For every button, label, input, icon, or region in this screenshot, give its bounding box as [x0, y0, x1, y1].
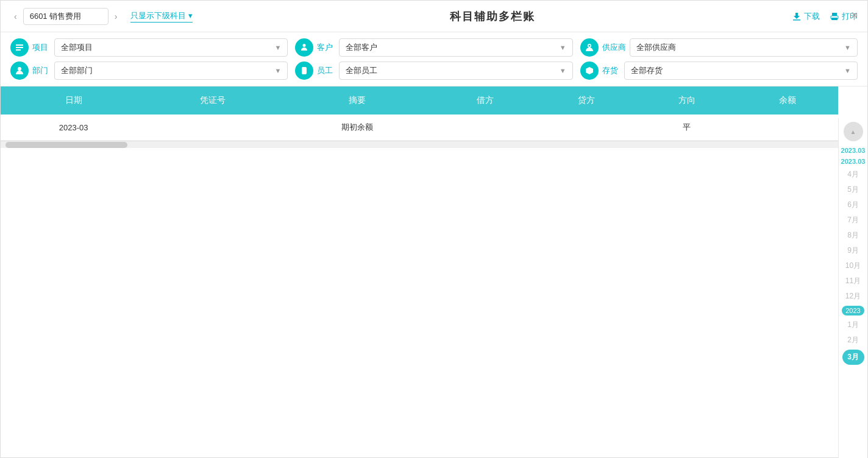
col-summary: 摘要: [279, 86, 435, 114]
filter-customer: 客户 全部客户 ▼: [295, 38, 572, 57]
timeline-item[interactable]: 2月: [839, 333, 867, 348]
show-sub-arrow: ▾: [188, 11, 193, 20]
timeline-item[interactable]: 6月: [839, 197, 867, 213]
ledger-table: 日期 凭证号 摘要 借方 贷方 方向 余额 2023-03 期初余额 平: [1, 86, 838, 141]
svg-rect-12: [302, 71, 306, 72]
inventory-arrow: ▼: [844, 67, 851, 74]
col-balance: 余额: [738, 86, 838, 114]
supplier-label: 供应商: [602, 42, 626, 53]
filter-row-2: 部门 全部部门 ▼ 员工 全部员工 ▼ 存货: [10, 62, 858, 80]
timeline-item[interactable]: 7月: [839, 213, 867, 228]
department-arrow: ▼: [274, 67, 281, 74]
main-window: × ‹ 6601 销售费用 › 只显示下级科目 ▾ 科目辅助多栏账 下载: [0, 0, 868, 458]
timeline-items: 2023.032023.034月5月6月7月8月9月10月11月12月20231…: [839, 145, 867, 458]
svg-point-8: [588, 45, 590, 47]
project-icon: [10, 38, 29, 57]
account-label[interactable]: 6601 销售费用: [23, 8, 108, 25]
supplier-value: 全部供应商: [636, 42, 676, 53]
cell-credit: [536, 114, 636, 141]
customer-value: 全部客户: [346, 42, 377, 53]
table-container: 日期 凭证号 摘要 借方 贷方 方向 余额 2023-03 期初余额 平: [1, 86, 838, 440]
timeline-item[interactable]: 10月: [839, 258, 867, 273]
col-voucher: 凭证号: [146, 86, 279, 114]
customer-icon: [295, 38, 313, 57]
account-code: 6601: [30, 12, 48, 21]
cell-date: 2023-03: [1, 114, 146, 141]
account-name: 销售费用: [49, 11, 81, 22]
download-label: 下载: [804, 11, 820, 22]
filter-project: 项目 全部项目 ▼: [10, 38, 288, 57]
timeline-item[interactable]: 11月: [839, 273, 867, 289]
filter-inventory: 存货 全部存货 ▼: [580, 62, 858, 80]
col-direction: 方向: [636, 86, 737, 114]
filter-employee: 员工 全部员工 ▼: [295, 62, 572, 80]
show-sub-toggle[interactable]: 只显示下级科目 ▾: [130, 10, 193, 23]
inventory-value: 全部存货: [631, 65, 663, 76]
customer-label: 客户: [317, 42, 335, 53]
project-arrow: ▼: [274, 44, 281, 51]
timeline-up-icon: ▲: [850, 129, 856, 135]
supplier-select[interactable]: 全部供应商 ▼: [630, 38, 858, 57]
timeline-item[interactable]: 8月: [839, 228, 867, 243]
timeline: ▲ 2023.032023.034月5月6月7月8月9月10月11月12月202…: [838, 118, 867, 458]
timeline-item[interactable]: 9月: [839, 243, 867, 258]
table-header-row: 日期 凭证号 摘要 借方 贷方 方向 余额: [1, 86, 838, 114]
svg-rect-4: [16, 44, 23, 46]
horizontal-scrollbar[interactable]: [1, 141, 838, 148]
filter-area: 项目 全部项目 ▼ 客户 全部客户 ▼ 供应: [1, 32, 867, 86]
project-label: 项目: [32, 42, 51, 53]
col-debit: 借方: [435, 86, 536, 114]
col-date: 日期: [1, 86, 146, 114]
department-icon: [10, 62, 29, 80]
customer-arrow: ▼: [560, 44, 566, 51]
department-value: 全部部门: [61, 65, 93, 76]
employee-label: 员工: [317, 65, 335, 76]
timeline-item[interactable]: 2023: [842, 306, 864, 315]
print-icon: [830, 12, 839, 21]
download-button[interactable]: 下载: [792, 11, 820, 22]
inventory-icon: [580, 62, 599, 80]
page-title: 科目辅助多栏账: [193, 9, 792, 24]
cell-summary: 期初余额: [279, 114, 435, 141]
department-label: 部门: [32, 65, 51, 76]
col-credit: 贷方: [536, 86, 636, 114]
nav-prev-button[interactable]: ‹: [10, 10, 21, 23]
svg-rect-2: [832, 13, 837, 16]
filter-department: 部门 全部部门 ▼: [10, 62, 288, 80]
inventory-select[interactable]: 全部存货 ▼: [624, 62, 858, 80]
filter-row-1: 项目 全部项目 ▼ 客户 全部客户 ▼ 供应: [10, 38, 858, 57]
close-button[interactable]: ×: [851, 9, 858, 22]
employee-icon: [295, 62, 313, 80]
supplier-icon: [580, 38, 599, 57]
svg-rect-0: [793, 19, 800, 21]
top-actions: 下载 打印: [792, 11, 858, 22]
customer-select[interactable]: 全部客户 ▼: [339, 38, 572, 57]
timeline-item[interactable]: 3月: [842, 350, 864, 365]
cell-voucher: [146, 114, 279, 141]
svg-point-9: [18, 67, 21, 71]
svg-rect-11: [302, 68, 306, 69]
timeline-item[interactable]: 2023.03: [839, 145, 867, 156]
cell-debit: [435, 114, 536, 141]
nav-next-button[interactable]: ›: [111, 10, 121, 23]
project-select[interactable]: 全部项目 ▼: [54, 38, 288, 57]
cell-direction: 平: [636, 114, 737, 141]
timeline-item[interactable]: 4月: [839, 167, 867, 182]
department-select[interactable]: 全部部门 ▼: [54, 62, 288, 80]
show-sub-label: 只显示下级科目: [130, 10, 186, 21]
top-bar: ‹ 6601 销售费用 › 只显示下级科目 ▾ 科目辅助多栏账 下载: [1, 1, 867, 32]
timeline-item[interactable]: 1月: [839, 317, 867, 333]
timeline-item[interactable]: 12月: [839, 289, 867, 304]
timeline-item[interactable]: 2023.03: [839, 156, 867, 167]
svg-rect-5: [16, 47, 23, 48]
inventory-label: 存货: [602, 65, 621, 76]
filter-supplier: 供应商 全部供应商 ▼: [580, 38, 858, 57]
supplier-arrow: ▼: [844, 44, 851, 51]
table-row: 2023-03 期初余额 平: [1, 114, 838, 141]
employee-select[interactable]: 全部员工 ▼: [339, 62, 572, 80]
timeline-up-button[interactable]: ▲: [844, 122, 863, 141]
project-value: 全部项目: [61, 42, 93, 53]
timeline-item[interactable]: 5月: [839, 182, 867, 197]
cell-balance: [738, 114, 838, 141]
download-icon: [792, 12, 802, 21]
